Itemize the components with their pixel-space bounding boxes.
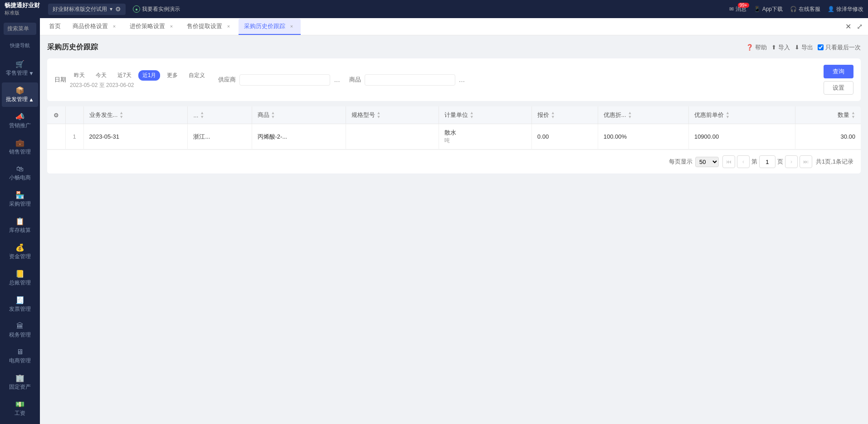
- sidebar-item-purchase[interactable]: 🏪 采购管理: [2, 187, 38, 212]
- tab-goods-price[interactable]: 商品价格设置 ×: [67, 19, 123, 35]
- tab-close-price-extract[interactable]: ×: [225, 23, 232, 30]
- filter-row: 日期 昨天 今天 近7天 近1月 更多 自定义 2023-05-02 至 202…: [54, 65, 853, 95]
- gear-icon[interactable]: ⚙: [115, 5, 121, 13]
- th-quote[interactable]: 报价 ▲▼: [532, 106, 598, 124]
- date-btn-1month[interactable]: 近1月: [138, 70, 161, 81]
- invoice-icon: 🧾: [15, 296, 24, 304]
- only-last-checkbox[interactable]: [818, 44, 824, 50]
- td-biz-date: 2023-05-31: [83, 124, 188, 149]
- sidebar-item-finance[interactable]: 💰 资金管理: [2, 240, 38, 264]
- th-extra[interactable]: ... ▲▼: [188, 106, 252, 124]
- sidebar-quick-nav[interactable]: 快捷导航: [0, 39, 40, 52]
- sidebar-item-payroll[interactable]: 💵 工资: [2, 396, 38, 421]
- tab-close-purchase-history[interactable]: ×: [288, 23, 295, 30]
- sidebar-item-label-ecommerce: 电商管理: [9, 357, 31, 365]
- sidebar-item-assets[interactable]: 🏢 固定资产: [2, 370, 38, 395]
- th-unit[interactable]: 计量单位 ▲▼: [439, 106, 532, 124]
- tab-purchase-history[interactable]: 采购历史价跟踪 ×: [239, 19, 301, 35]
- sidebar-item-ledger[interactable]: 📒 总账管理: [2, 266, 38, 290]
- sidebar-item-marketing[interactable]: 📣 营销推广: [2, 109, 38, 133]
- date-btn-yesterday[interactable]: 昨天: [70, 70, 89, 81]
- per-page-select[interactable]: 50 100 200: [695, 157, 719, 167]
- help-btn[interactable]: ❓ 帮助: [746, 43, 767, 52]
- next-page-btn[interactable]: ›: [785, 155, 798, 168]
- date-btn-today[interactable]: 今天: [92, 70, 111, 81]
- finance-icon: 💰: [15, 243, 24, 252]
- filter-goods: 商品 ...: [349, 74, 465, 86]
- sidebar-item-label-tax: 税务管理: [9, 331, 31, 339]
- tab-purchase-strategy-label: 进价策略设置: [130, 22, 165, 30]
- tab-maximize-btn[interactable]: ⤢: [855, 21, 864, 32]
- th-biz-date[interactable]: 业务发生... ▲▼: [83, 106, 188, 124]
- td-price-before: 10900.00: [688, 124, 795, 149]
- tab-price-extract[interactable]: 售价提取设置 ×: [181, 19, 238, 35]
- sidebar-item-sales[interactable]: 💼 销售管理: [2, 135, 38, 159]
- page-input[interactable]: [759, 155, 775, 168]
- filter-date: 日期 昨天 今天 近7天 近1月 更多 自定义 2023-05-02 至 202…: [54, 70, 209, 89]
- app-download-label: App下载: [762, 5, 783, 13]
- td-spec: [346, 124, 439, 149]
- td-unit: 散水吨: [439, 124, 532, 149]
- logo-sub: 标准版: [5, 10, 44, 16]
- query-btn[interactable]: 查询: [824, 65, 853, 78]
- goods-label: 商品: [349, 76, 361, 84]
- date-btn-more[interactable]: 更多: [163, 70, 182, 81]
- tab-home[interactable]: 首页: [44, 19, 66, 35]
- sidebar-item-wholesale[interactable]: 📦 批发管理 ▲: [2, 82, 38, 107]
- topbar-right: ✉ 消息 99+ 📱 App下载 🎧 在线客服 👤 徐泽华修改: [729, 5, 863, 13]
- user-label: 徐泽华修改: [836, 5, 863, 13]
- purchase-icon: 🏪: [15, 191, 24, 199]
- tab-purchase-strategy[interactable]: 进价策略设置 ×: [124, 19, 180, 35]
- goods-input[interactable]: [365, 74, 455, 86]
- page-nav: ⏮ ‹ 第 页 › ⏭: [722, 155, 812, 168]
- th-spec[interactable]: 规格型号 ▲▼: [346, 106, 439, 124]
- demo-btn[interactable]: ● 我要看实例演示: [133, 5, 180, 13]
- tab-close-purchase-strategy[interactable]: ×: [168, 23, 175, 30]
- sidebar-item-retail[interactable]: 🛒 零售管理 ▼: [2, 56, 38, 81]
- messages-btn[interactable]: ✉ 消息 99+: [729, 5, 746, 13]
- sidebar-item-label-invoice: 发票管理: [9, 305, 31, 313]
- sidebar-item-inventory[interactable]: 📋 库存核算: [2, 213, 38, 238]
- tab-close-goods-price[interactable]: ×: [111, 23, 118, 30]
- tab-bar: 首页 商品价格设置 × 进价策略设置 × 售价提取设置 × 采购历史价跟踪 × …: [40, 18, 868, 35]
- th-price-before[interactable]: 优惠前单价 ▲▼: [688, 106, 795, 124]
- th-goods[interactable]: 商品 ▲▼: [252, 106, 346, 124]
- tab-purchase-history-label: 采购历史价跟踪: [244, 22, 285, 30]
- date-btn-custom[interactable]: 自定义: [185, 70, 209, 81]
- headset-icon: 🎧: [790, 6, 797, 12]
- version-selector[interactable]: 好业财标准版交付试用 ▾ ⚙: [48, 4, 126, 15]
- sidebar-item-invoice[interactable]: 🧾 发票管理: [2, 292, 38, 317]
- import-btn[interactable]: ⬆ 导入: [771, 43, 790, 52]
- message-icon: ✉: [729, 6, 734, 12]
- chevron-down-icon: ▾: [110, 6, 112, 12]
- sidebar-item-label-payroll: 工资: [15, 410, 25, 417]
- online-service-btn[interactable]: 🎧 在线客服: [790, 5, 820, 13]
- th-quantity[interactable]: 数量 ▲▼: [795, 106, 861, 124]
- supplier-dots[interactable]: ...: [334, 76, 340, 84]
- supplier-input[interactable]: [239, 74, 330, 86]
- table-wrap: ⚙ 业务发生... ▲▼ ...: [47, 106, 861, 173]
- last-page-btn[interactable]: ⏭: [800, 155, 812, 168]
- date-btn-7days[interactable]: 近7天: [113, 70, 136, 81]
- assets-icon: 🏢: [15, 374, 24, 382]
- export-btn[interactable]: ⬇ 导出: [795, 43, 813, 52]
- search-menu-btn[interactable]: 搜索菜单: [4, 23, 36, 35]
- sidebar-item-ecommerce[interactable]: 🖥 电商管理: [2, 344, 38, 368]
- tab-close-btn[interactable]: ✕: [844, 21, 853, 32]
- user-btn[interactable]: 👤 徐泽华修改: [828, 5, 863, 13]
- td-goods: 丙烯酸-2-...: [252, 124, 346, 149]
- goods-dots[interactable]: ...: [459, 76, 465, 84]
- prev-page-btn[interactable]: ‹: [737, 155, 750, 168]
- first-page-btn[interactable]: ⏮: [722, 155, 735, 168]
- supplier-label: 供应商: [218, 76, 236, 84]
- app-download-btn[interactable]: 📱 App下载: [754, 5, 783, 13]
- only-last-checkbox-wrap[interactable]: 只看最后一次: [818, 43, 861, 52]
- sidebar-item-tax[interactable]: 🏛 税务管理: [2, 318, 38, 342]
- settings-btn[interactable]: 设置: [824, 81, 853, 95]
- sidebar-item-ecommerce-small[interactable]: 🛍 小畅电商: [2, 161, 38, 185]
- th-index: [65, 106, 83, 124]
- filter-bar: 日期 昨天 今天 近7天 近1月 更多 自定义 2023-05-02 至 202…: [47, 58, 861, 101]
- th-discount[interactable]: 优惠折... ▲▼: [598, 106, 688, 124]
- sidebar-search[interactable]: 搜索菜单: [0, 18, 40, 39]
- logo-title: 畅捷通好业财: [5, 2, 44, 10]
